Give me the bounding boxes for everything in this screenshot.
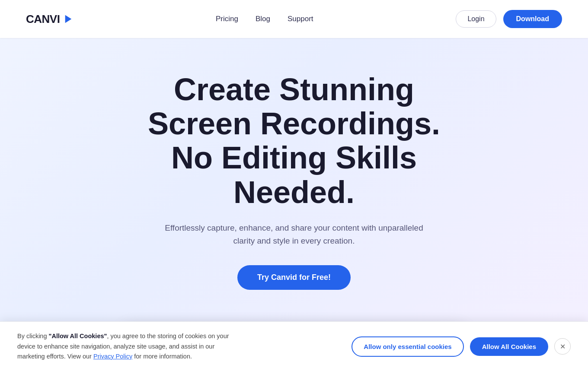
login-button[interactable]: Login [456, 10, 496, 28]
nav-pricing[interactable]: Pricing [216, 15, 238, 23]
hero-subtitle: Effortlessly capture, enhance, and share… [164, 222, 424, 248]
cta-button[interactable]: Try Canvid for Free! [237, 265, 351, 290]
logo-play-icon [64, 14, 73, 24]
nav-support[interactable]: Support [288, 15, 313, 23]
cookie-text: By clicking "Allow All Cookies", you agr… [17, 331, 233, 361]
close-cookie-banner-button[interactable]: ✕ [554, 338, 571, 355]
nav-links: Pricing Blog Support [216, 15, 313, 23]
hero-title: Create StunningScreen Recordings.No Edit… [117, 73, 471, 209]
privacy-policy-link[interactable]: Privacy Policy [93, 353, 132, 360]
nav-blog[interactable]: Blog [256, 15, 270, 23]
navbar: CANVI Pricing Blog Support Login Downloa… [0, 0, 588, 38]
cookie-banner: By clicking "Allow All Cookies", you agr… [0, 321, 588, 371]
svg-marker-0 [65, 15, 72, 23]
allow-all-cookies-button[interactable]: Allow All Cookies [470, 337, 548, 356]
nav-actions: Login Download [456, 10, 562, 28]
download-button[interactable]: Download [503, 10, 562, 28]
cookie-actions: Allow only essential cookies Allow All C… [352, 336, 571, 357]
cookie-bold: "Allow All Cookies" [49, 333, 107, 339]
logo-text: CANVI [26, 13, 73, 26]
cookie-suffix: for more information. [132, 353, 192, 360]
hero-section: Create StunningScreen Recordings.No Edit… [0, 38, 588, 307]
essential-cookies-button[interactable]: Allow only essential cookies [352, 336, 463, 357]
close-cookie-icon: ✕ [560, 342, 566, 351]
cookie-intro: By clicking [17, 333, 49, 339]
logo[interactable]: CANVI [26, 13, 73, 26]
